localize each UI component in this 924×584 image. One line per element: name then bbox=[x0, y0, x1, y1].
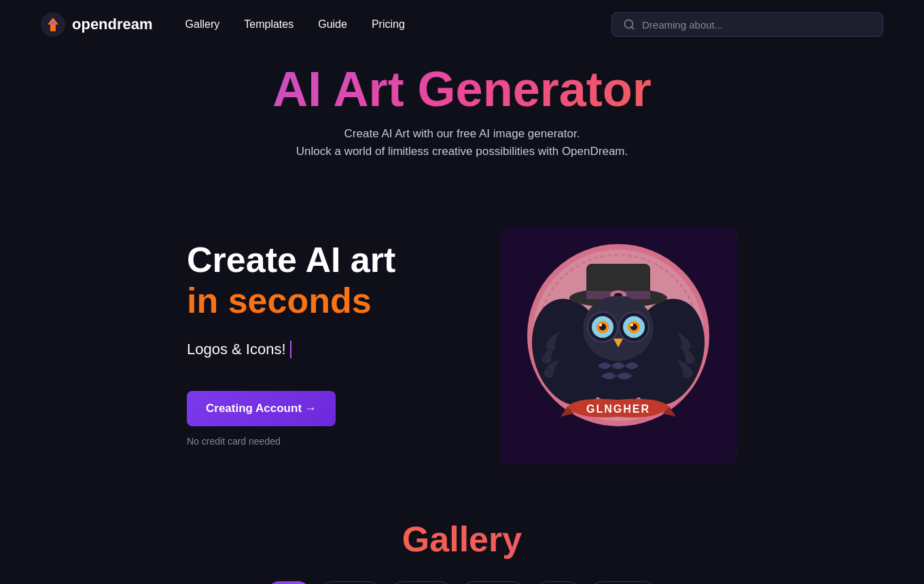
svg-point-22 bbox=[599, 324, 602, 326]
nav-links: Gallery Templates Guide Pricing bbox=[185, 18, 405, 31]
filter-animal[interactable]: Animal bbox=[461, 581, 526, 584]
logo[interactable]: opendream bbox=[41, 12, 153, 37]
category-text: Logos & Icons! bbox=[187, 341, 445, 358]
search-icon bbox=[623, 18, 635, 31]
nav-link-pricing[interactable]: Pricing bbox=[372, 18, 405, 31]
filter-3d[interactable]: 3D bbox=[534, 581, 581, 584]
owl-illustration: GLNGHER bbox=[499, 226, 737, 464]
filter-all[interactable]: All bbox=[266, 581, 312, 584]
filter-logos[interactable]: Logos bbox=[319, 581, 381, 584]
hero-subtitle: Create AI Art with our free AI image gen… bbox=[41, 127, 883, 141]
gallery-section: Gallery All Logos Anime Animal 3D buildi… bbox=[0, 519, 924, 584]
hero-image: GLNGHER bbox=[499, 226, 737, 464]
cursor-blink bbox=[290, 341, 291, 358]
hero-section: AI Art Generator Create AI Art with our … bbox=[0, 49, 924, 213]
no-credit-text: No credit card needed bbox=[187, 436, 445, 447]
svg-text:GLNGHER: GLNGHER bbox=[586, 403, 650, 415]
search-input[interactable] bbox=[642, 19, 872, 31]
gallery-filters: All Logos Anime Animal 3D building bbox=[41, 581, 883, 584]
nav-link-gallery[interactable]: Gallery bbox=[185, 18, 220, 31]
hero-title: AI Art Generator bbox=[41, 63, 883, 116]
gallery-title: Gallery bbox=[41, 519, 883, 560]
left-content: Create AI art in seconds Logos & Icons! … bbox=[187, 226, 445, 447]
filter-anime[interactable]: Anime bbox=[389, 581, 452, 584]
search-bar[interactable] bbox=[611, 12, 883, 37]
main-content: Create AI art in seconds Logos & Icons! … bbox=[0, 213, 924, 478]
navbar-left: opendream Gallery Templates Guide Pricin… bbox=[41, 12, 405, 37]
create-title-line2: in seconds bbox=[187, 281, 445, 322]
category-label: Logos & Icons! bbox=[187, 341, 286, 358]
logo-icon bbox=[41, 12, 65, 37]
nav-link-templates[interactable]: Templates bbox=[244, 18, 294, 31]
creating-account-button[interactable]: Creating Account → bbox=[187, 391, 336, 426]
svg-point-25 bbox=[630, 324, 633, 326]
create-title-line1: Create AI art bbox=[187, 240, 445, 281]
nav-link-guide[interactable]: Guide bbox=[318, 18, 347, 31]
svg-line-2 bbox=[631, 27, 633, 29]
logo-text: opendream bbox=[72, 16, 153, 33]
navbar: opendream Gallery Templates Guide Pricin… bbox=[0, 0, 924, 49]
filter-building[interactable]: building bbox=[589, 581, 658, 584]
cta-area: Creating Account → No credit card needed bbox=[187, 391, 445, 447]
hero-subtitle2: Unlock a world of limitless creative pos… bbox=[41, 145, 883, 158]
